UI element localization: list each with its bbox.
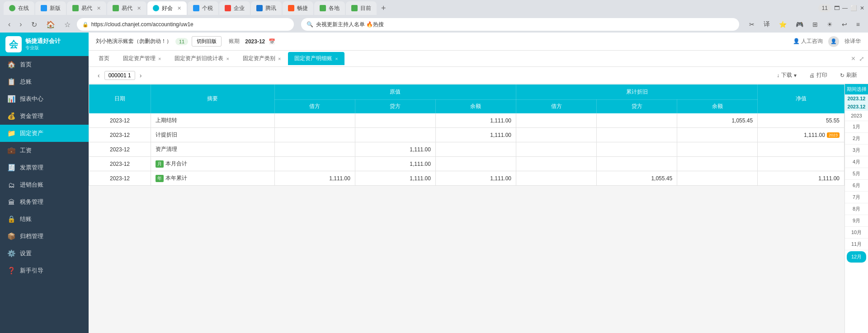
- browser-tab-new[interactable]: 新版: [35, 1, 66, 15]
- period-month-4[interactable]: 4月: [845, 156, 868, 168]
- archive-icon: 📦: [7, 232, 15, 240]
- tax-icon: 🏛: [7, 198, 15, 206]
- period-year-2023[interactable]: 2023: [845, 111, 868, 121]
- period-month-5[interactable]: 5月: [845, 168, 868, 180]
- sidebar-item-closing[interactable]: 🔒 结账: [0, 211, 89, 228]
- sidebar-label-closing: 结账: [20, 215, 32, 223]
- period-month-11[interactable]: 11月: [845, 239, 868, 250]
- username-label: 徐译华: [844, 38, 861, 45]
- period-month-7[interactable]: 7月: [845, 192, 868, 203]
- cut-button[interactable]: ✂: [746, 20, 757, 29]
- sidebar-item-guide[interactable]: ❓ 新手引导: [0, 262, 89, 279]
- report-icon: 📊: [7, 95, 15, 103]
- gamepad-button[interactable]: 🎮: [793, 20, 806, 29]
- period-month-3[interactable]: 3月: [845, 145, 868, 156]
- browser-tab-online[interactable]: 在线: [4, 1, 34, 15]
- switch-version-button[interactable]: 切到旧版: [192, 36, 222, 47]
- grid-button[interactable]: ⊞: [810, 20, 821, 29]
- cell-orig-balance: [435, 157, 516, 171]
- page-number-display[interactable]: 000001 1: [104, 71, 135, 80]
- back-button[interactable]: ‹: [5, 19, 13, 29]
- user-avatar: 👤: [828, 36, 839, 47]
- tab-fixed-category[interactable]: 固定资产类别 ×: [236, 52, 287, 65]
- cell-accum-debit: [516, 157, 597, 171]
- cell-summary: 上期结转: [151, 113, 274, 128]
- tab-fixed-mgmt[interactable]: 固定资产管理 ×: [117, 52, 167, 65]
- browser-tab-geshui[interactable]: 个税: [188, 1, 218, 15]
- browser-tab-qiye[interactable]: 企业: [219, 1, 250, 15]
- menu-button[interactable]: ≡: [854, 20, 863, 29]
- period-month-6[interactable]: 6月: [845, 180, 868, 192]
- tab-home[interactable]: 首页: [92, 52, 116, 65]
- download-button[interactable]: ↓ ↓ 下载 下载 ▾: [773, 70, 800, 81]
- download-icon: ↓: [777, 72, 779, 79]
- tab-fixed-detail[interactable]: 固定资产明细账 ×: [288, 52, 344, 65]
- undo-button[interactable]: ↩: [839, 20, 850, 29]
- consult-button[interactable]: 👤 人工咨询: [793, 38, 823, 45]
- sidebar-label-invoice: 发票管理: [20, 164, 43, 172]
- sidebar-item-settings[interactable]: ⚙️ 设置: [0, 245, 89, 262]
- browser-tab-yidai2[interactable]: 易代 ✕: [107, 1, 146, 15]
- forward-button[interactable]: ›: [17, 19, 24, 29]
- prev-page-button[interactable]: ‹: [96, 71, 102, 80]
- page-tabs: 首页 固定资产管理 × 固定资产折旧统计表 × 固定资产类别 × 固定资产明细账…: [89, 51, 868, 67]
- calendar-icon[interactable]: 📅: [269, 38, 275, 45]
- col-orig-balance: 余额: [435, 100, 516, 113]
- browser-tab-gedi[interactable]: 各地: [314, 1, 345, 15]
- browser-tab-muqian[interactable]: 目前: [346, 1, 377, 15]
- search-input[interactable]: 🔍 央视更新主持人名单 🔥热搜: [301, 18, 739, 31]
- sidebar-item-report[interactable]: 📊 报表中心: [0, 90, 89, 108]
- browser-tab-yidai1[interactable]: 易代 ✕: [67, 1, 106, 15]
- sidebar-label-archive: 归档管理: [20, 232, 43, 240]
- period-month-12[interactable]: 12月: [847, 251, 866, 263]
- period-month-2[interactable]: 2月: [845, 133, 868, 145]
- account-badge: 11: [175, 38, 188, 45]
- tab-fixed-depreciation[interactable]: 固定资产折旧统计表 ×: [168, 52, 235, 65]
- cell-orig-credit: 1,111.00: [355, 142, 435, 157]
- period-month-8[interactable]: 8月: [845, 203, 868, 215]
- expand-panel-button[interactable]: ⤢: [859, 55, 864, 62]
- home-button[interactable]: 🏠: [43, 19, 58, 30]
- reload-button[interactable]: ↻: [28, 19, 40, 30]
- refresh-button[interactable]: ↻ 刷新: [836, 70, 861, 81]
- browser-tab-changjie[interactable]: 畅捷: [283, 1, 313, 15]
- sidebar-item-funds[interactable]: 💰 资金管理: [0, 108, 89, 125]
- cell-orig-debit: [274, 113, 355, 128]
- tab-close-fixed-mgmt[interactable]: ×: [158, 56, 161, 61]
- sidebar-label-guide: 新手引导: [20, 267, 43, 275]
- translate-button[interactable]: 译: [761, 19, 773, 29]
- period-header: 期间选择: [845, 84, 868, 94]
- sidebar-item-tax[interactable]: 🏛 税务管理: [0, 193, 89, 211]
- close-panel-button[interactable]: ×: [851, 55, 855, 63]
- next-page-button[interactable]: ›: [138, 71, 144, 80]
- sidebar-item-purchase[interactable]: 🗂 进销台账: [0, 176, 89, 193]
- new-tab-button[interactable]: +: [377, 4, 390, 13]
- browser-tab-haokuai[interactable]: 好会 ✕: [147, 1, 187, 15]
- tab-close-depreciation[interactable]: ×: [226, 56, 229, 61]
- sidebar-item-invoice[interactable]: 🧾 发票管理: [0, 159, 89, 176]
- period-month-9[interactable]: 9月: [845, 215, 868, 227]
- sidebar-item-ledger[interactable]: 📋 总账: [0, 73, 89, 90]
- sidebar-label-salary: 工资: [20, 146, 32, 155]
- extension1-button[interactable]: ⭐: [776, 20, 789, 29]
- cell-accum-credit: [597, 157, 677, 171]
- period-month-10[interactable]: 10月: [845, 227, 868, 239]
- toolbar: ‹ 000001 1 › ↓ ↓ 下载 下载 ▾ 🖨 打印 ↻ 刷新: [89, 67, 868, 84]
- sidebar-item-fixed[interactable]: 📁 固定资产: [0, 125, 89, 142]
- url-input[interactable]: 🔒 https://cloud.chanjet.com/accounting/u…: [77, 18, 294, 31]
- browser-tab-tencent[interactable]: 腾讯: [251, 1, 282, 15]
- tab-close-detail[interactable]: ×: [335, 56, 338, 61]
- bookmark-button[interactable]: ☆: [61, 19, 73, 30]
- cell-net: [758, 142, 844, 157]
- cell-accum-credit: [597, 113, 677, 128]
- consult-icon: 👤: [793, 38, 800, 44]
- brightness-button[interactable]: ☀: [824, 20, 835, 29]
- sidebar-item-home[interactable]: 🏠 首页: [0, 56, 89, 73]
- period-month-1[interactable]: 1月: [845, 121, 868, 133]
- sidebar-item-salary[interactable]: 💼 工资: [0, 142, 89, 159]
- browser-toolbar-right: ✂ 译 ⭐ 🎮 ⊞ ☀ ↩ ≡: [746, 19, 863, 29]
- sidebar-item-archive[interactable]: 📦 归档管理: [0, 228, 89, 245]
- sidebar-label-home: 首页: [20, 61, 32, 69]
- tab-close-category[interactable]: ×: [278, 56, 281, 61]
- print-button[interactable]: 🖨 打印: [806, 70, 831, 81]
